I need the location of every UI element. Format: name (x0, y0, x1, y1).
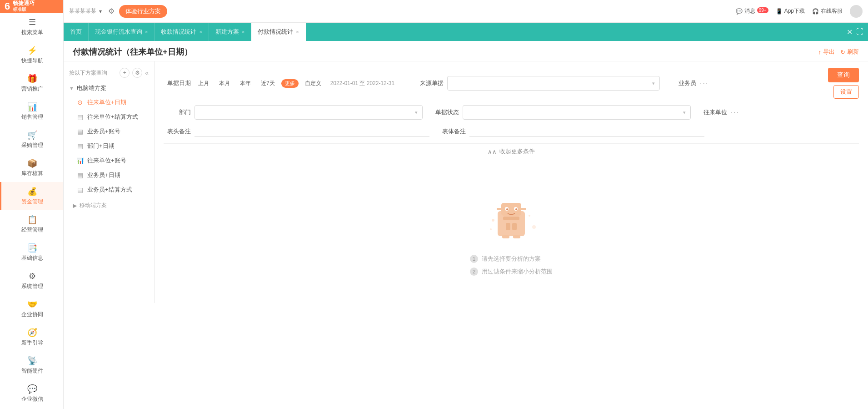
svg-rect-11 (502, 235, 509, 238)
settings-btn[interactable]: 设置 (833, 85, 859, 99)
export-icon: ↑ (818, 49, 822, 56)
source-bill-select[interactable]: ▾ (447, 76, 660, 91)
sidebar-item-operations[interactable]: 📋 经营管理 (0, 210, 63, 238)
sidebar-item-purchase[interactable]: 🛒 采购管理 (0, 126, 63, 154)
svg-rect-8 (503, 217, 519, 220)
date-btn-custom[interactable]: 自定义 (301, 78, 325, 89)
filter-right-area: 单据日期 上月 本月 本年 近7天 更多 自定义 2022-01-01 至 20… (155, 61, 868, 303)
top-header: 某某某某某 ▾ ⚙ 体验行业方案 💬 消息 99+ 📱 App下载 🎧 在线客服 (64, 0, 868, 23)
app-icon: 📱 (776, 8, 783, 15)
staff-dots-btn[interactable]: ··· (700, 79, 708, 87)
scheme-group-desktop-header[interactable]: ▼ 电脑端方案 (64, 81, 154, 95)
scheme-group-mobile-header[interactable]: ▶ 移动端方案 (64, 199, 154, 212)
tab-home-label: 首页 (70, 28, 82, 36)
svg-point-5 (515, 208, 517, 210)
sidebar-item-marketing[interactable]: 🎁 营销推广 (0, 69, 63, 97)
message-item[interactable]: 💬 消息 99+ (736, 7, 768, 15)
tab-home[interactable]: 首页 (64, 23, 89, 41)
sidebar-item-guide[interactable]: 🧭 新手引导 (0, 323, 63, 351)
partner-dots-btn[interactable]: ··· (731, 108, 739, 116)
scheme-add-btn[interactable]: + (120, 68, 130, 78)
date-btn-last7days[interactable]: 近7天 (257, 78, 279, 89)
basic-info-icon: 📑 (27, 243, 37, 253)
quick-nav-icon: ⚡ (27, 45, 37, 56)
date-btn-last-month[interactable]: 上月 (195, 78, 213, 89)
empty-step-1: 1 请先选择要分析的方案 (470, 255, 553, 263)
collapse-more-bar[interactable]: ∧∧ 收起更多条件 (164, 143, 859, 159)
step-1-num: 1 (470, 255, 478, 263)
filter-bill-status-item: 单据状态 ▾ (432, 105, 691, 120)
sidebar-item-search-menu[interactable]: ☰ 搜索菜单 (0, 13, 63, 41)
filter-dept-item: 部门 ▾ (164, 105, 423, 120)
guide-icon: 🧭 (27, 328, 37, 338)
tab-payment-stat-label: 付款情况统计 (258, 28, 293, 36)
header-right: 💬 消息 99+ 📱 App下载 🎧 在线客服 (736, 5, 863, 18)
message-label: 消息 (744, 7, 755, 15)
sidebar-item-wechat[interactable]: 💬 企业微信 (0, 379, 63, 408)
sidebar-item-hardware[interactable]: 📡 智能硬件 (0, 351, 63, 379)
scheme-staff-settle-icon: ▤ (76, 186, 84, 193)
sales-icon: 📊 (27, 102, 37, 112)
source-bill-arrow: ▾ (652, 81, 655, 86)
scheme-staff-account-icon: ▤ (76, 128, 84, 135)
scheme-collapse-btn[interactable]: « (145, 69, 149, 76)
sidebar-item-sales[interactable]: 📊 销售管理 (0, 97, 63, 126)
sidebar-item-inventory[interactable]: 📦 库存核算 (0, 154, 63, 182)
header-dropdown-icon[interactable]: ▾ (99, 8, 102, 15)
date-btn-this-month[interactable]: 本月 (215, 78, 234, 89)
scheme-item-unit-settle[interactable]: ▤ 往来单位+结算方式 (64, 110, 154, 124)
tab-cashflow-close[interactable]: × (145, 29, 148, 35)
body-note-input[interactable] (469, 126, 704, 137)
scheme-panel-actions: + ⚙ « (120, 68, 149, 78)
sidebar-item-enterprise[interactable]: 🤝 企业协同 (0, 295, 63, 323)
dept-select[interactable]: ▾ (195, 105, 423, 120)
tab-new-scheme-label: 新建方案 (215, 28, 239, 36)
user-avatar[interactable] (850, 5, 863, 18)
enterprise-icon: 🤝 (27, 299, 37, 309)
export-btn[interactable]: ↑ 导出 (818, 48, 835, 56)
tab-close-all-icon[interactable]: ✕ (847, 28, 853, 36)
refresh-icon: ↻ (840, 49, 845, 56)
app-download-item[interactable]: 📱 App下载 (776, 7, 805, 15)
scheme-setting-btn[interactable]: ⚙ (132, 68, 142, 78)
app-label: App下载 (784, 7, 805, 15)
desktop-group-arrow: ▼ (69, 86, 74, 91)
empty-step-2: 2 用过滤条件来缩小分析范围 (470, 268, 553, 276)
header-company: 某某某某某 (69, 7, 96, 15)
sidebar-item-system[interactable]: ⚙ 系统管理 (0, 267, 63, 295)
scheme-item-unit-account[interactable]: 📊 往来单位+账号 (64, 153, 154, 168)
sidebar-item-finance[interactable]: 💰 资金管理 (0, 182, 63, 210)
tab-payment-stat[interactable]: 付款情况统计 × (251, 23, 305, 41)
scheme-item-staff-settle[interactable]: ▤ 业务员+结算方式 (64, 182, 154, 197)
tab-cashflow[interactable]: 现金银行流水查询 × (89, 23, 155, 41)
sidebar: 6 畅捷通巧 标准版 ☰ 搜索菜单 ⚡ 快捷导航 🎁 营销推广 📊 销售管理 🛒… (0, 0, 64, 409)
service-item[interactable]: 🎧 在线客服 (812, 7, 843, 15)
trial-btn[interactable]: 体验行业方案 (119, 5, 167, 18)
bill-status-select[interactable]: ▾ (463, 105, 691, 120)
filter-body-note-item: 表体备注 (439, 126, 704, 137)
tab-new-scheme[interactable]: 新建方案 × (209, 23, 251, 41)
tab-payment-stat-close[interactable]: × (296, 29, 299, 35)
scheme-item-unit-date[interactable]: ⊙ 往来单位+日期 (64, 95, 154, 110)
tab-bar: 首页 现金银行流水查询 × 收款情况统计 × 新建方案 × 付款情况统计 × ✕… (64, 23, 868, 41)
tab-receivable[interactable]: 收款情况统计 × (155, 23, 209, 41)
query-btn[interactable]: 查询 (828, 68, 859, 82)
tab-new-scheme-close[interactable]: × (242, 29, 244, 35)
header-note-input[interactable] (195, 126, 429, 137)
main-area: 某某某某某 ▾ ⚙ 体验行业方案 💬 消息 99+ 📱 App下载 🎧 在线客服 (64, 0, 868, 409)
sidebar-item-basic-info[interactable]: 📑 基础信息 (0, 238, 63, 267)
scheme-item-staff-date[interactable]: ▤ 业务员+日期 (64, 168, 154, 182)
scheme-item-staff-account[interactable]: ▤ 业务员+账号 (64, 124, 154, 139)
date-btn-more[interactable]: 更多 (281, 79, 299, 88)
refresh-btn[interactable]: ↻ 刷新 (840, 48, 859, 56)
scheme-unit-settle-icon: ▤ (76, 113, 84, 121)
tab-expand-icon[interactable]: ⛶ (856, 28, 863, 36)
header-gear-icon[interactable]: ⚙ (108, 7, 115, 15)
scheme-item-dept-date[interactable]: ▤ 部门+日期 (64, 139, 154, 153)
date-btn-this-year[interactable]: 本年 (236, 78, 254, 89)
tab-receivable-close[interactable]: × (199, 29, 202, 35)
svg-rect-12 (513, 235, 520, 238)
sidebar-item-quick-nav[interactable]: ⚡ 快捷导航 (0, 41, 63, 69)
tab-receivable-label: 收款情况统计 (161, 28, 196, 36)
step-2-num: 2 (470, 268, 478, 276)
